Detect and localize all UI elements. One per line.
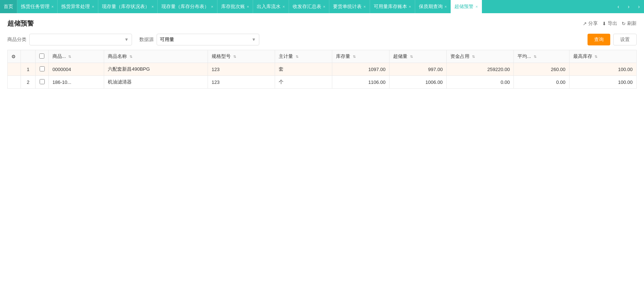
row-product-name: 机油滤清器 bbox=[104, 76, 208, 89]
filter-row: 商品分类 ▼ 数据源 可用量 ▼ 查询 设置 bbox=[7, 34, 637, 45]
th-capital[interactable]: 资金占用 ⇅ bbox=[447, 50, 514, 63]
tab-batch[interactable]: 库存批次账 × bbox=[217, 0, 253, 13]
row-product-name: 六配套新昌490BPG bbox=[104, 63, 208, 76]
th-index bbox=[21, 50, 36, 63]
category-filter: 商品分类 ▼ bbox=[7, 34, 132, 45]
row-checkbox-cell[interactable] bbox=[36, 63, 49, 76]
close-icon[interactable]: × bbox=[475, 4, 477, 9]
row-index: 1 bbox=[21, 63, 36, 76]
row-max-stock: 100.00 bbox=[569, 63, 636, 76]
th-overstock[interactable]: 超储量 ⇅ bbox=[389, 50, 447, 63]
tab-inout-flow[interactable]: 出入库流水 × bbox=[253, 0, 289, 13]
query-button[interactable]: 查询 bbox=[588, 34, 610, 45]
sort-icon: ⇅ bbox=[353, 55, 356, 59]
row-avg: 0.00 bbox=[514, 76, 569, 89]
datasource-label: 数据源 bbox=[139, 36, 154, 43]
table-body: 1 0000004 六配套新昌490BPG 123 套 1097.00 997.… bbox=[8, 63, 637, 89]
close-icon[interactable]: × bbox=[323, 4, 325, 9]
close-icon[interactable]: × bbox=[211, 4, 213, 9]
tab-summary[interactable]: 收发存汇总表 × bbox=[289, 0, 329, 13]
nav-right-arrow[interactable]: › bbox=[623, 0, 634, 13]
th-max-stock[interactable]: 最高库存 ⇅ bbox=[569, 50, 636, 63]
tab-quality[interactable]: 保质期查询 × bbox=[415, 0, 451, 13]
close-icon[interactable]: × bbox=[92, 4, 94, 9]
page-header: 超储预警 ↗ 分享 ⬇ 导出 ↻ 刷新 bbox=[7, 19, 637, 28]
chevron-down-icon: ▼ bbox=[252, 37, 256, 42]
row-capital: 259220.00 bbox=[447, 63, 514, 76]
datasource-filter: 数据源 可用量 ▼ bbox=[139, 34, 259, 45]
row-spec: 123 bbox=[208, 76, 275, 89]
gear-icon: ⚙ bbox=[11, 54, 16, 59]
tab-home[interactable]: 首页 bbox=[0, 0, 17, 13]
row-checkbox-cell[interactable] bbox=[36, 76, 49, 89]
filter-actions: 查询 设置 bbox=[588, 34, 637, 45]
row-overstock: 997.00 bbox=[389, 63, 447, 76]
row-capital: 0.00 bbox=[447, 76, 514, 89]
table-header: ⚙ 商品... ⇅ 商品名称 ⇅ 规格型号 ⇅ bbox=[8, 50, 637, 63]
tab-stock-status[interactable]: 现存量（库存状况表） × bbox=[98, 0, 158, 13]
row-settings bbox=[8, 76, 21, 89]
row-stock: 1106.00 bbox=[332, 76, 389, 89]
share-icon: ↗ bbox=[583, 21, 587, 26]
export-button[interactable]: ⬇ 导出 bbox=[602, 20, 617, 27]
th-avg[interactable]: 平均... ⇅ bbox=[514, 50, 569, 63]
close-icon[interactable]: × bbox=[247, 4, 249, 9]
sort-icon: ⇅ bbox=[594, 55, 597, 59]
page-title: 超储预警 bbox=[7, 19, 34, 28]
close-icon[interactable]: × bbox=[444, 4, 447, 9]
row-product-code: 186-10... bbox=[49, 76, 104, 89]
close-icon[interactable]: × bbox=[409, 4, 411, 9]
close-icon[interactable]: × bbox=[363, 4, 366, 9]
th-checkbox[interactable] bbox=[36, 50, 49, 63]
category-label: 商品分类 bbox=[7, 36, 26, 43]
datasource-value: 可用量 bbox=[160, 36, 174, 43]
select-all-checkbox[interactable] bbox=[39, 53, 44, 59]
table-row: 2 186-10... 机油滤清器 123 个 1106.00 1006.00 … bbox=[8, 76, 637, 89]
table-row: 1 0000004 六配套新昌490BPG 123 套 1097.00 997.… bbox=[8, 63, 637, 76]
settings-button[interactable]: 设置 bbox=[613, 34, 637, 45]
row-index: 2 bbox=[21, 76, 36, 89]
row-unit: 套 bbox=[275, 63, 332, 76]
category-select[interactable]: ▼ bbox=[29, 34, 132, 45]
export-icon: ⬇ bbox=[602, 21, 606, 26]
nav-arrows: ‹ › › bbox=[613, 0, 644, 13]
row-max-stock: 100.00 bbox=[569, 76, 636, 89]
row-spec: 123 bbox=[208, 63, 275, 76]
th-spec[interactable]: 规格型号 ⇅ bbox=[208, 50, 275, 63]
row-stock: 1097.00 bbox=[332, 63, 389, 76]
row-settings bbox=[8, 63, 21, 76]
row-avg: 260.00 bbox=[514, 63, 569, 76]
row-product-code: 0000004 bbox=[49, 63, 104, 76]
page-actions: ↗ 分享 ⬇ 导出 ↻ 刷新 bbox=[583, 20, 637, 27]
close-icon[interactable]: × bbox=[51, 4, 54, 9]
th-unit[interactable]: 主计量 ⇅ bbox=[275, 50, 332, 63]
share-button[interactable]: ↗ 分享 bbox=[583, 20, 598, 27]
tab-pick-task[interactable]: 拣货任务管理 × bbox=[17, 0, 58, 13]
row-checkbox[interactable] bbox=[40, 79, 45, 84]
sort-icon: ⇅ bbox=[296, 55, 299, 59]
th-product-code[interactable]: 商品... ⇅ bbox=[49, 50, 104, 63]
chevron-down-icon: ▼ bbox=[124, 37, 129, 42]
datasource-select[interactable]: 可用量 ▼ bbox=[157, 34, 259, 45]
sort-icon: ⇅ bbox=[129, 55, 132, 59]
topbar: 首页 拣货任务管理 × 拣货异常处理 × 现存量（库存状况表） × 现存量（库存… bbox=[0, 0, 644, 13]
sort-icon: ⇅ bbox=[410, 55, 413, 59]
data-table: ⚙ 商品... ⇅ 商品名称 ⇅ 规格型号 ⇅ bbox=[7, 50, 637, 89]
tab-stock-dist[interactable]: 现存量（库存分布表） × bbox=[158, 0, 217, 13]
close-icon[interactable]: × bbox=[282, 4, 285, 9]
nav-left-arrow[interactable]: ‹ bbox=[613, 0, 623, 13]
page-content: 超储预警 ↗ 分享 ⬇ 导出 ↻ 刷新 商品分类 ▼ 数据源 bbox=[0, 13, 644, 293]
row-checkbox[interactable] bbox=[40, 66, 45, 71]
tab-order-stat[interactable]: 要货单统计表 × bbox=[329, 0, 370, 13]
row-overstock: 1006.00 bbox=[389, 76, 447, 89]
sort-icon: ⇅ bbox=[472, 55, 475, 59]
th-settings[interactable]: ⚙ bbox=[8, 50, 21, 63]
tab-available[interactable]: 可用量库存账本 × bbox=[370, 0, 415, 13]
tab-pick-exception[interactable]: 拣货异常处理 × bbox=[58, 0, 98, 13]
th-product-name[interactable]: 商品名称 ⇅ bbox=[104, 50, 208, 63]
nav-more-arrow[interactable]: › bbox=[634, 0, 644, 13]
refresh-button[interactable]: ↻ 刷新 bbox=[622, 20, 637, 27]
th-stock[interactable]: 库存量 ⇅ bbox=[332, 50, 389, 63]
close-icon[interactable]: × bbox=[151, 4, 154, 9]
tab-overstock[interactable]: 超储预警 × bbox=[451, 0, 482, 13]
